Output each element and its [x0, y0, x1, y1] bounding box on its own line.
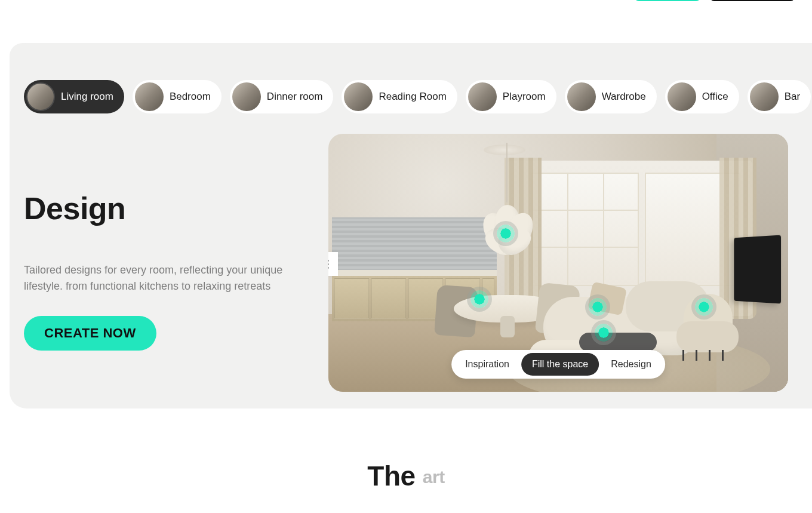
window-muntin [531, 247, 639, 248]
subtext: Tailored designs for every room, reflect… [24, 262, 299, 294]
chip-label: Dinner room [267, 91, 323, 103]
counter [332, 270, 497, 276]
dot-icon [328, 263, 329, 265]
room-thumb-icon [344, 82, 373, 111]
room-thumb-icon [26, 82, 55, 111]
section-2-heading: The art [0, 460, 812, 492]
top-dark-button[interactable] [710, 0, 794, 1]
top-primary-button[interactable] [635, 0, 700, 1]
hotspot-dot[interactable] [589, 298, 607, 316]
chip-dinner-room[interactable]: Dinner room [230, 80, 334, 113]
backsplash [332, 217, 497, 271]
chip-bar[interactable]: Bar [748, 80, 811, 113]
hero-image: Inspiration Fill the space Redesign [328, 134, 788, 392]
chip-living-room[interactable]: Living room [24, 80, 124, 113]
dot-icon [328, 267, 329, 269]
chip-label: Office [702, 91, 728, 103]
coffee-table [579, 333, 657, 352]
create-now-button[interactable]: CREATE NOW [24, 316, 156, 351]
chip-label: Bedroom [170, 91, 211, 103]
section2-fade: art [423, 467, 445, 487]
room-thumb-icon [232, 82, 261, 111]
table-pedestal [500, 316, 515, 337]
chip-label: Reading Room [379, 91, 446, 103]
room-thumb-icon [468, 82, 497, 111]
ceiling-medallion [484, 145, 525, 155]
hotspot-dot[interactable] [695, 298, 713, 316]
hotspot-dot[interactable] [470, 290, 488, 308]
chip-label: Bar [785, 91, 800, 103]
chip-bedroom[interactable]: Bedroom [133, 80, 222, 113]
section2-main: The [367, 460, 415, 492]
hero-text-column: Design Tailored designs for every room, … [24, 192, 322, 351]
tv [734, 235, 781, 303]
chip-office[interactable]: Office [665, 80, 739, 113]
segment-redesign[interactable]: Redesign [600, 353, 662, 376]
window-pane [531, 173, 639, 286]
headline: Design [24, 192, 322, 225]
compare-slider-handle[interactable] [328, 252, 338, 276]
room-thumb-icon [750, 82, 779, 111]
segment-inspiration[interactable]: Inspiration [454, 353, 520, 376]
hotspot-dot[interactable] [595, 324, 613, 342]
main-card: Living room Bedroom Dinner room Reading … [10, 43, 812, 408]
chip-playroom[interactable]: Playroom [466, 80, 556, 113]
mode-segmented-control: Inspiration Fill the space Redesign [451, 350, 665, 379]
segment-fill-the-space[interactable]: Fill the space [521, 353, 599, 376]
chip-reading-room[interactable]: Reading Room [342, 80, 457, 113]
window-muntin [531, 210, 639, 211]
room-thumb-icon [668, 82, 696, 111]
top-actions [635, 0, 794, 1]
room-thumb-icon [567, 82, 596, 111]
room-chips-row[interactable]: Living room Bedroom Dinner room Reading … [24, 80, 812, 113]
window-muntin [603, 173, 604, 286]
chip-label: Living room [61, 91, 113, 103]
window-muntin [567, 173, 568, 286]
hotspot-dot[interactable] [497, 225, 515, 242]
room-thumb-icon [135, 82, 164, 111]
dot-icon [328, 260, 329, 262]
chip-label: Wardrobe [602, 91, 646, 103]
chip-label: Playroom [503, 91, 546, 103]
chip-wardrobe[interactable]: Wardrobe [565, 80, 657, 113]
